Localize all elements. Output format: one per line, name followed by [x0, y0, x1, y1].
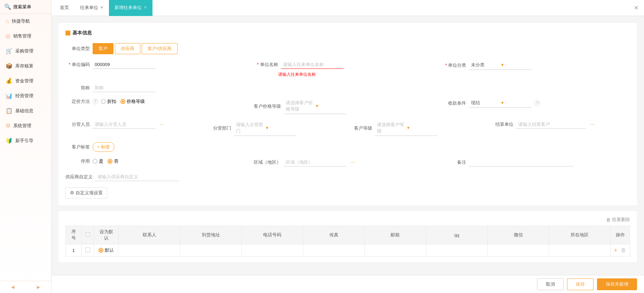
table-select-all[interactable] [85, 232, 90, 237]
add-tag-btn[interactable]: + 标签 [93, 142, 115, 152]
row-wechat[interactable] [487, 244, 549, 257]
btn-customer[interactable]: 客户 [93, 43, 113, 54]
row-wechat-input[interactable] [491, 248, 545, 253]
tab-bar-close-all[interactable]: ✕ [631, 5, 641, 11]
region-input[interactable] [284, 158, 346, 166]
unit-category-select[interactable]: 未分类 ▼ [469, 60, 532, 70]
customer-tag-label: 客户标签 [65, 144, 90, 150]
tab-bar: 首页 往来单位 ✕ 新增往来单位 ✕ ✕ [52, 0, 644, 16]
disabled-yes[interactable]: 是 [93, 158, 103, 164]
tab-home[interactable]: 首页 [54, 0, 74, 16]
sidebar-item-operations[interactable]: 📊 经营管理 [0, 88, 51, 103]
row-default-radio[interactable]: 默认 [97, 247, 115, 253]
sidebar-item-system[interactable]: ⚙ 系统管理 [0, 118, 51, 133]
main-panel: 首页 往来单位 ✕ 新增往来单位 ✕ ✕ 基本信息 单位类型 客户 [52, 0, 644, 293]
row-fax-input[interactable] [307, 248, 361, 253]
cancel-button[interactable]: 取消 [537, 278, 564, 290]
unit-category-field: 单位分类 未分类 ▼ [442, 60, 630, 70]
batch-delete-btn[interactable]: 🗑 批量删除 [606, 217, 630, 223]
payment-terms-select[interactable]: 现结 ▼ [469, 98, 532, 108]
settlement-unit-input[interactable] [516, 120, 586, 129]
row-qq[interactable] [426, 244, 488, 257]
sidebar-item-inventory[interactable]: 📦 库存核算 [0, 58, 51, 73]
sidebar-bottom: ◀ ▶ [0, 281, 51, 293]
department-label: 分管部门 [207, 125, 231, 131]
tab-new-contact[interactable]: 新增往来单位 ✕ [109, 0, 152, 16]
row-region[interactable] [549, 244, 611, 257]
row-email[interactable] [364, 244, 426, 257]
row-email-input[interactable] [368, 248, 423, 253]
customer-tag-field: 客户标签 + 标签 [65, 142, 630, 152]
row-contact-input[interactable] [122, 248, 176, 253]
disabled-no[interactable]: 否 [108, 158, 118, 164]
table-section: 🗑 批量删除 序号 设为默认 联系人 到货地址 电话号码 传真 邮箱 qq [58, 211, 637, 262]
disabled-label: 停用 [65, 158, 90, 164]
sidebar-collapse-btn[interactable]: ◀ [0, 281, 26, 293]
settlement-unit-field: 结算单位 ··· [489, 120, 630, 129]
row-phone-input[interactable] [245, 248, 299, 253]
system-icon: ⚙ [6, 122, 10, 129]
btn-customer-supplier[interactable]: 客户/供应商 [142, 43, 178, 54]
unit-name-input[interactable] [281, 60, 344, 69]
pricing-discount[interactable]: 折扣 [101, 98, 116, 105]
sidebar-search[interactable]: 🔍 搜索菜单 [0, 0, 51, 14]
row-contact[interactable] [119, 244, 180, 257]
region-more-btn[interactable]: ··· [349, 159, 356, 165]
btn-supplier[interactable]: 供应商 [115, 43, 140, 54]
section-title-icon [65, 31, 70, 35]
row-add-btn[interactable]: + [614, 247, 617, 253]
row-checkbox[interactable] [81, 244, 94, 257]
pricing-help-icon[interactable]: ? [93, 99, 98, 104]
customer-price-label: 客户价格等级 [254, 103, 281, 109]
department-chevron: ▼ [265, 125, 294, 130]
payment-terms-help-icon[interactable]: ? [534, 100, 540, 106]
row-default: 默认 [94, 244, 118, 257]
row-address-input[interactable] [184, 248, 238, 253]
supplier-custom-row: 供应商自定义 [65, 173, 630, 181]
tab-new-contact-close[interactable]: ✕ [144, 5, 147, 10]
pricing-level[interactable]: 价格等级 [120, 98, 145, 105]
row-check[interactable] [85, 247, 90, 252]
row-address[interactable] [180, 244, 242, 257]
basic-info-icon: 📋 [6, 107, 13, 114]
custom-settings-btn[interactable]: ⚙ 自定义项设置 [65, 187, 107, 198]
sidebar-item-quick-nav[interactable]: ⌂ 快捷导航 [0, 14, 51, 29]
col-qq: qq [426, 226, 488, 244]
row-phone[interactable] [242, 244, 303, 257]
customer-price-select[interactable]: 请选择客户价格等级 ▼ [284, 98, 346, 114]
sidebar-expand-btn[interactable]: ▶ [26, 281, 52, 293]
sidebar-item-sales[interactable]: ◎ 销售管理 [0, 29, 51, 43]
short-name-field: 简称 [65, 84, 630, 92]
manager-more-btn[interactable]: ··· [158, 121, 165, 128]
purchase-icon: 🛒 [6, 48, 13, 54]
tab-contacts-close[interactable]: ✕ [100, 5, 103, 10]
save-new-button[interactable]: 保存并新增 [597, 278, 637, 290]
row-delete-btn[interactable]: 🗑 [621, 247, 626, 253]
sidebar-item-purchase[interactable]: 🛒 采购管理 [0, 43, 51, 58]
sidebar-item-finance[interactable]: 💰 资金管理 [0, 73, 51, 88]
tab-contacts[interactable]: 往来单位 ✕ [74, 0, 109, 16]
row-qq-input[interactable] [430, 248, 484, 253]
manager-row: 分管人员 ··· 分管部门 请输入分管部门 ▼ 客户等级 请选择客户等级 ▼ [65, 120, 630, 136]
settlement-unit-more-btn[interactable]: ··· [589, 121, 596, 128]
remark-input[interactable] [469, 158, 573, 166]
row-default-circle [99, 248, 103, 253]
unit-code-input[interactable] [93, 60, 155, 69]
manager-input[interactable] [93, 120, 155, 129]
department-select[interactable]: 请输入分管部门 ▼ [234, 120, 297, 136]
row-region-input[interactable] [552, 248, 607, 253]
short-name-row: 简称 [65, 84, 630, 92]
short-name-input[interactable] [93, 84, 155, 92]
sidebar-item-guide[interactable]: 🔰 新手引导 [0, 133, 51, 148]
sales-icon: ◎ [6, 33, 10, 39]
col-contact: 联系人 [119, 226, 180, 244]
sidebar-item-basic-info[interactable]: 📋 基础信息 [0, 103, 51, 118]
row-fax[interactable] [303, 244, 365, 257]
supplier-custom-input[interactable] [95, 173, 179, 181]
customer-level-select[interactable]: 请选择客户等级 ▼ [375, 120, 438, 136]
disabled-radio-group: 是 否 [93, 158, 118, 164]
col-region: 所在地区 [549, 226, 611, 244]
region-label: 区域（地区） [254, 159, 281, 165]
save-button[interactable]: 保存 [567, 278, 594, 290]
radio-discount-circle [101, 99, 106, 104]
